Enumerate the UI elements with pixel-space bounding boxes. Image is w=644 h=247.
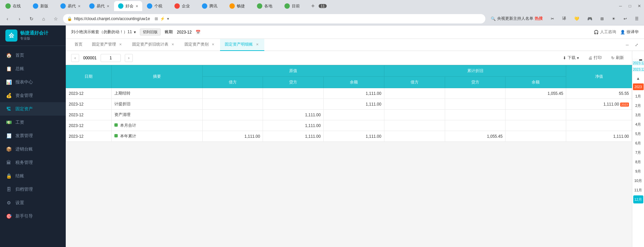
menu-btn[interactable]: ☰ [632, 15, 641, 22]
month-2023[interactable]: 2023 [633, 83, 644, 90]
sidebar-item-guide[interactable]: 🎯 新手引导 [0, 209, 66, 223]
sidebar-item-tax[interactable]: 🏛 税务管理 [0, 156, 66, 169]
translate-btn[interactable]: 译 [559, 14, 569, 23]
switch-version-button[interactable]: 切到旧版 [140, 28, 161, 36]
tab-asset-category[interactable]: 固定资产类别 ✕ [180, 39, 220, 51]
page-input[interactable] [101, 54, 121, 62]
tab-label: 新版 [40, 3, 48, 9]
collapse-button[interactable]: ─ [624, 42, 631, 48]
sidebar-item-general-ledger[interactable]: 📋 总账 [0, 62, 66, 75]
sidebar-item-fixed-assets[interactable]: 🏗 固定资产 [0, 102, 66, 116]
download-button[interactable]: ⬇ 下载 ▾ [560, 54, 582, 62]
browser-tab-yidai1[interactable]: 易代 ✕ [56, 1, 85, 11]
calendar-icon[interactable]: 📅 [196, 30, 201, 35]
sidebar-item-payroll[interactable]: 💵 工资 [0, 116, 66, 129]
minimize-btn[interactable]: ─ [617, 3, 624, 9]
sidebar-item-funds[interactable]: 💰 资金管理 [0, 89, 66, 102]
cell-orig-balance: 1,111.00 [324, 88, 384, 99]
cell-summary[interactable]: 资产清理 [111, 110, 202, 120]
month-2[interactable]: 2月 [633, 102, 643, 110]
user-avatar[interactable]: 👤 徐译华 [620, 29, 639, 35]
home-button[interactable]: ⌂ [39, 14, 48, 23]
sidebar-item-settings[interactable]: ⚙ 设置 [0, 196, 66, 209]
wallet-btn[interactable]: 💛 [572, 15, 582, 22]
bookmark-button[interactable]: ☆ [51, 14, 60, 23]
tab-close-icon[interactable]: ✕ [118, 42, 123, 47]
tab-fixed-assets-mgmt[interactable]: 固定资产管理 ✕ [87, 39, 127, 51]
next-page-button[interactable]: › [125, 54, 133, 62]
browser-tab-yidai2[interactable]: 易代 ✕ [85, 1, 113, 11]
refresh-data-button[interactable]: ↻ 刷新 [608, 54, 627, 62]
history-btn[interactable]: ↩ [621, 15, 630, 22]
scissors-btn[interactable]: ✂ [548, 15, 557, 22]
sidebar: 会 畅捷通好会计 专业版 🏠 首页 📋 总账 📊 报表中心 💰 资金管理 [0, 25, 66, 247]
refresh-button[interactable]: ↻ [27, 14, 36, 23]
cell-summary[interactable]: 上期结转 [111, 88, 202, 99]
help-button[interactable]: 🎧 人工咨询 [594, 29, 616, 35]
cell-net-value: 55.55 [566, 88, 632, 99]
header-original-value: 原值 [202, 65, 384, 77]
tab-asset-detail[interactable]: 固定资产明细账 ✕ [220, 39, 264, 51]
month-1[interactable]: 1月 [633, 92, 643, 100]
green-dot-icon [114, 123, 118, 127]
browser-tab-qiye[interactable]: 企业 [170, 1, 197, 11]
browser-tab-changjie[interactable]: 畅捷 [225, 1, 252, 11]
theme-btn[interactable]: ☀ [609, 15, 618, 22]
settings-icon: ⚙ [5, 199, 12, 206]
browser-tab-haokuai[interactable]: 好会 ✕ [114, 1, 142, 11]
dropdown-icon[interactable]: ▾ [134, 30, 136, 35]
guide-icon: 🎯 [5, 213, 12, 220]
expand-button[interactable]: ⤢ [633, 42, 640, 48]
month-7[interactable]: 7月 [633, 148, 643, 157]
scroll-up-button[interactable]: ▲ [632, 75, 644, 82]
forward-button[interactable]: › [15, 14, 24, 23]
tab-close-icon[interactable]: ✕ [136, 4, 138, 8]
tab-close-icon[interactable]: ✕ [211, 42, 215, 47]
browser-tab-tencent[interactable]: 腾讯 [198, 1, 225, 11]
prev-page-button[interactable]: ‹ [71, 54, 79, 62]
close-btn[interactable]: ✕ [636, 3, 643, 9]
period-date-2[interactable]: 2023.12 [632, 67, 644, 72]
cell-summary[interactable]: 本月合计 [111, 120, 202, 131]
browser-tab-gedi[interactable]: 各地 [253, 1, 280, 11]
tab-close-icon[interactable]: ✕ [255, 42, 260, 47]
sidebar-item-archive[interactable]: 🗄 归档管理 [0, 183, 66, 196]
sidebar-item-reports[interactable]: 📊 报表中心 [0, 75, 66, 89]
new-tab-button[interactable]: + [308, 1, 318, 11]
month-10[interactable]: 10月 [633, 177, 643, 185]
game-btn[interactable]: 🎮 [585, 15, 595, 22]
month-9[interactable]: 9月 [633, 167, 643, 175]
maximize-btn[interactable]: □ [627, 3, 633, 9]
sidebar-item-home[interactable]: 🏠 首页 [0, 49, 66, 62]
search-area[interactable]: 🔍 央视更新主持人名单 热搜 [488, 14, 545, 23]
nav-label: 归档管理 [15, 186, 33, 192]
month-12[interactable]: 12月 [633, 195, 643, 203]
print-button[interactable]: 🖨 打印 [586, 54, 604, 62]
sidebar-item-closing[interactable]: 🔒 结账 [0, 169, 66, 183]
dropdown-icon[interactable]: ▾ [167, 16, 169, 21]
month-3[interactable]: 3月 [633, 111, 643, 119]
tab-close-icon[interactable]: ✕ [170, 42, 175, 47]
sidebar-item-invoice[interactable]: 🧾 发票管理 [0, 129, 66, 142]
tab-close-icon[interactable]: ✕ [107, 4, 109, 8]
month-4[interactable]: 4月 [633, 120, 643, 128]
cell-summary[interactable]: 计提折旧 [111, 99, 202, 110]
cell-summary[interactable]: 本年累计 [111, 131, 202, 142]
grid-btn[interactable]: ⊞ [598, 15, 606, 22]
tab-depreciation-stats[interactable]: 固定资产折旧统计表 ✕ [127, 39, 180, 51]
sidebar-item-inventory[interactable]: 📦 进销台账 [0, 142, 66, 156]
month-8[interactable]: 8月 [633, 158, 643, 166]
browser-tab-muqian[interactable]: 目前 [280, 1, 307, 11]
back-button[interactable]: ‹ [3, 14, 12, 23]
period-date-1[interactable]: 2023.12 [632, 61, 644, 66]
browser-tab-online[interactable]: 在线 [1, 1, 28, 11]
browser-tab-new[interactable]: 新版 [29, 1, 56, 11]
address-input[interactable]: 🔒 https://cloud.chanjet.com/accounting/u… [63, 14, 485, 23]
tab-home[interactable]: 首页 [70, 39, 87, 51]
month-6[interactable]: 6月 [633, 139, 643, 147]
tab-close-icon[interactable]: ✕ [78, 4, 80, 8]
month-11[interactable]: 11月 [633, 186, 643, 194]
month-5[interactable]: 5月 [633, 130, 643, 138]
browser-tab-geshui[interactable]: 个税 [143, 1, 170, 11]
search-icon: 🔍 [491, 16, 496, 21]
